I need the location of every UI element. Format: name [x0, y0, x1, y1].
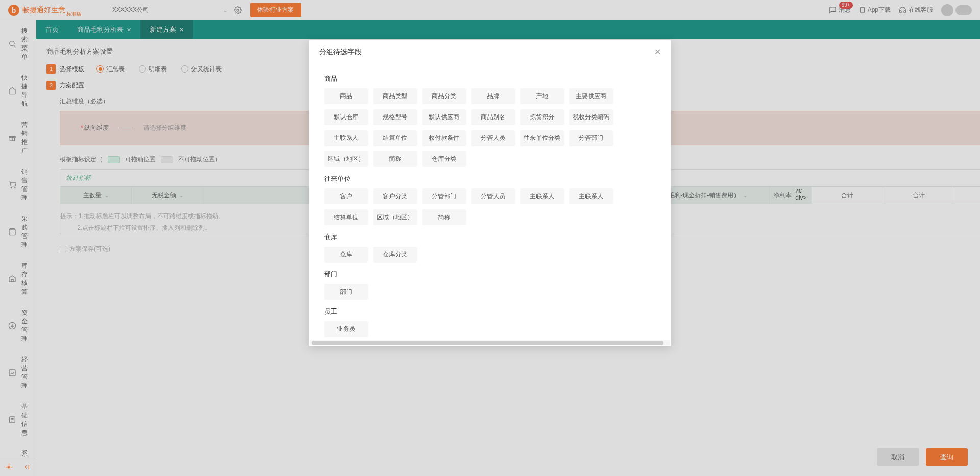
field-tag[interactable]: 规格型号: [373, 109, 417, 125]
field-tag[interactable]: 商品别名: [471, 109, 515, 125]
field-tag[interactable]: 商品类型: [373, 88, 417, 104]
field-tag[interactable]: 仓库分类: [373, 247, 417, 263]
field-tag[interactable]: 商品分类: [422, 88, 466, 104]
field-tag[interactable]: 分管部门: [569, 130, 613, 146]
field-tag[interactable]: 分管人员: [471, 188, 515, 204]
field-selector-modal: 分组待选字段 ✕ 商品商品商品类型商品分类品牌产地主要供应商默认仓库规格型号默认…: [309, 40, 671, 346]
field-tag[interactable]: 客户: [324, 188, 368, 204]
field-tags: 业务员: [324, 321, 661, 337]
field-tag[interactable]: 分管部门: [422, 188, 466, 204]
field-tag[interactable]: 仓库分类: [422, 151, 466, 167]
field-tag[interactable]: 主联系人: [569, 188, 613, 204]
field-tag[interactable]: 客户分类: [373, 188, 417, 204]
field-tag[interactable]: 产地: [520, 88, 564, 104]
close-icon[interactable]: ✕: [654, 47, 661, 57]
modal-body: 商品商品商品类型商品分类品牌产地主要供应商默认仓库规格型号默认供应商商品别名拣货…: [309, 64, 671, 340]
modal-header: 分组待选字段 ✕: [309, 40, 671, 64]
field-tag[interactable]: 简称: [373, 151, 417, 167]
field-tag[interactable]: 品牌: [471, 88, 515, 104]
field-tags: 客户客户分类分管部门分管人员主联系人主联系人结算单位区域（地区）简称: [324, 188, 661, 225]
field-tag[interactable]: 结算单位: [373, 130, 417, 146]
field-tag[interactable]: 商品: [324, 88, 368, 104]
field-tag[interactable]: 业务员: [324, 321, 368, 337]
field-group-title: 商品: [324, 74, 661, 83]
field-tag[interactable]: 仓库: [324, 247, 368, 263]
modal-title: 分组待选字段: [319, 47, 362, 57]
field-tag[interactable]: 部门: [324, 284, 368, 300]
field-tag[interactable]: 默认供应商: [422, 109, 466, 125]
field-tag[interactable]: 区域（地区）: [373, 209, 417, 225]
modal-hscroll[interactable]: [310, 340, 670, 345]
field-tag[interactable]: 拣货积分: [520, 109, 564, 125]
field-tag[interactable]: 结算单位: [324, 209, 368, 225]
field-tags: 仓库仓库分类: [324, 247, 661, 263]
modal-mask[interactable]: 分组待选字段 ✕ 商品商品商品类型商品分类品牌产地主要供应商默认仓库规格型号默认…: [0, 0, 980, 476]
field-tag[interactable]: 默认仓库: [324, 109, 368, 125]
field-tag[interactable]: 区域（地区）: [324, 151, 368, 167]
field-group-title: 仓库: [324, 232, 661, 242]
field-tag[interactable]: 主要供应商: [569, 88, 613, 104]
field-tag[interactable]: 分管人员: [471, 130, 515, 146]
field-group-title: 往来单位: [324, 174, 661, 183]
field-tags: 部门: [324, 284, 661, 300]
field-tag[interactable]: 往来单位分类: [520, 130, 564, 146]
field-group-title: 部门: [324, 270, 661, 279]
field-group-title: 员工: [324, 307, 661, 316]
field-tags: 商品商品类型商品分类品牌产地主要供应商默认仓库规格型号默认供应商商品别名拣货积分…: [324, 88, 661, 167]
field-tag[interactable]: 税收分类编码: [569, 109, 613, 125]
field-tag[interactable]: 简称: [422, 209, 466, 225]
field-tag[interactable]: 主联系人: [520, 188, 564, 204]
field-tag[interactable]: 收付款条件: [422, 130, 466, 146]
field-tag[interactable]: 主联系人: [324, 130, 368, 146]
